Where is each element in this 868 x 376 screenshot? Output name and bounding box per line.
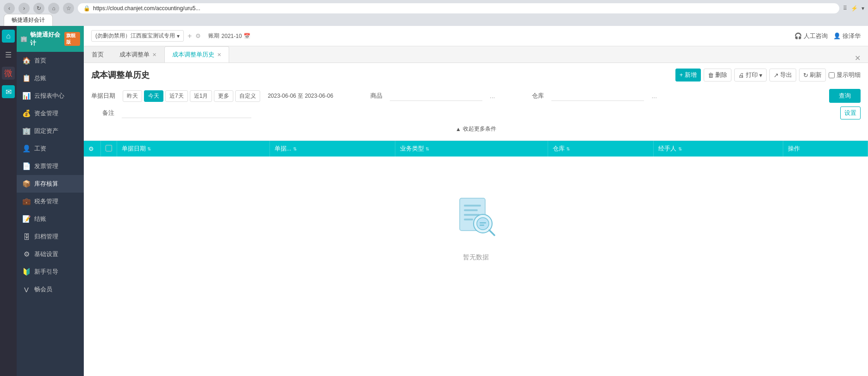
print-label: 打印 bbox=[746, 71, 758, 79]
product-more-btn[interactable]: ... bbox=[490, 92, 495, 100]
back-button[interactable]: ‹ bbox=[4, 3, 15, 14]
collapse-filter-btn[interactable]: ▲ 收起更多条件 bbox=[456, 125, 496, 133]
sidebar-label-assets: 固定资产 bbox=[34, 127, 58, 135]
sidebar-item-salary[interactable]: 👤 工资 bbox=[17, 140, 84, 157]
tab-home[interactable]: 首页 bbox=[84, 46, 112, 63]
dropdown-icon[interactable]: ▾ bbox=[862, 5, 864, 12]
home-icon: 🏠 bbox=[22, 56, 31, 65]
tab-cost-adjust-close[interactable]: ✕ bbox=[152, 52, 156, 58]
calendar-icon[interactable]: 📅 bbox=[244, 33, 250, 39]
date-buttons: 昨天 今天 近7天 近1月 更多 自定义 bbox=[123, 90, 260, 102]
product-filter-input[interactable] bbox=[390, 91, 482, 101]
th-date[interactable]: 单据日期 ⇅ bbox=[117, 141, 269, 157]
icon-strip-notify[interactable]: ✉ bbox=[2, 85, 15, 98]
warehouse-filter-input[interactable] bbox=[551, 91, 644, 101]
date-btn-today[interactable]: 今天 bbox=[144, 90, 163, 102]
th-handler[interactable]: 经手人 ⇅ bbox=[654, 141, 783, 157]
settings-cog-icon[interactable]: ⚙ bbox=[195, 32, 201, 39]
tab-area-close[interactable]: ✕ bbox=[855, 54, 861, 63]
icon-strip: ⌂ ☰ 微 ✉ bbox=[0, 26, 17, 376]
th-docno[interactable]: 单据... ⇅ bbox=[269, 141, 395, 157]
settings-filter-btn[interactable]: 设置 bbox=[840, 107, 861, 119]
company-selector[interactable]: (勿删勿禁用）江西服宝测试专用 ▾ bbox=[91, 30, 184, 42]
warehouse-more-btn[interactable]: ... bbox=[651, 92, 657, 100]
th-settings[interactable]: ⚙ bbox=[84, 141, 100, 157]
archive-icon: 🗄 bbox=[22, 233, 31, 241]
reload-button[interactable]: ↻ bbox=[33, 3, 44, 14]
date-btn-yesterday[interactable]: 昨天 bbox=[123, 90, 142, 102]
sidebar-header: 🏢 畅捷通好会计 旗舰版 bbox=[17, 26, 84, 52]
sidebar-label-finance: 资金管理 bbox=[34, 109, 58, 118]
icon-strip-weibo[interactable]: 微 bbox=[2, 67, 15, 80]
forward-button[interactable]: › bbox=[19, 3, 30, 14]
sidebar-item-archive[interactable]: 🗄 归档管理 bbox=[17, 228, 84, 245]
query-button[interactable]: 查询 bbox=[829, 89, 861, 103]
remark-filter-input[interactable] bbox=[122, 108, 251, 118]
sidebar-item-tax[interactable]: 💼 税务管理 bbox=[17, 193, 84, 210]
sidebar-label-salary: 工资 bbox=[34, 144, 46, 153]
sidebar-item-closing[interactable]: 📝 结账 bbox=[17, 210, 84, 228]
sidebar-item-ledger[interactable]: 📋 总账 bbox=[17, 69, 84, 87]
sidebar-item-invoice[interactable]: 📄 发票管理 bbox=[17, 157, 84, 175]
tab-cost-adjust-history[interactable]: 成本调整单历史 ✕ bbox=[164, 46, 229, 63]
export-button[interactable]: ↗ 导出 bbox=[769, 69, 796, 81]
ssl-lock-icon: 🔒 bbox=[83, 5, 90, 12]
delete-button[interactable]: 🗑 删除 bbox=[704, 69, 731, 81]
url-text: https://cloud.chanjet.com/accounting/uru… bbox=[93, 5, 834, 12]
sidebar-item-home[interactable]: 🏠 首页 bbox=[17, 52, 84, 69]
lightning-icon[interactable]: ⚡ bbox=[851, 5, 858, 12]
page-header: 成本调整单历史 + 新增 🗑 删除 🖨 打印 ▾ ↗ 导出 bbox=[84, 63, 868, 85]
th-actions: 操作 bbox=[783, 141, 868, 157]
browser-tab[interactable]: 畅捷通好会计 bbox=[4, 14, 53, 26]
new-button[interactable]: + 新增 bbox=[675, 69, 701, 81]
sidebar-label-settings: 基础设置 bbox=[34, 250, 58, 258]
filter-row-date: 单据日期 昨天 今天 近7天 近1月 更多 自定义 2023-06-06 至 2… bbox=[91, 89, 861, 103]
sidebar-item-vip[interactable]: V 畅会员 bbox=[17, 281, 84, 298]
warehouse-filter-label: 仓库 bbox=[521, 92, 544, 100]
refresh-button[interactable]: ↻ 刷新 bbox=[799, 69, 826, 81]
add-company-icon[interactable]: + bbox=[187, 32, 192, 40]
sidebar-item-reports[interactable]: 📊 云报表中心 bbox=[17, 87, 84, 105]
invoice-icon: 📄 bbox=[22, 162, 31, 170]
tab-cost-adjust[interactable]: 成本调整单 ✕ bbox=[112, 46, 164, 63]
date-filter-label: 单据日期 bbox=[91, 92, 115, 100]
date-btn-more[interactable]: 更多 bbox=[214, 90, 233, 102]
th-checkbox[interactable] bbox=[100, 141, 117, 157]
th-warehouse[interactable]: 仓库 ⇅ bbox=[548, 141, 654, 157]
period-value: 2021-10 bbox=[221, 33, 242, 39]
empty-illustration bbox=[453, 194, 499, 246]
icon-strip-home[interactable]: ⌂ bbox=[2, 30, 15, 43]
sidebar-tag: 旗舰版 bbox=[64, 32, 80, 46]
user-info[interactable]: 👤 徐泽华 bbox=[833, 32, 861, 40]
assets-icon: 🏢 bbox=[22, 127, 31, 135]
icon-strip-ledger[interactable]: ☰ bbox=[2, 48, 15, 61]
tab-home-label: 首页 bbox=[92, 50, 104, 59]
th-date-sort-icon: ⇅ bbox=[147, 146, 151, 151]
collapse-arrow-icon: ▲ bbox=[456, 126, 461, 132]
sidebar-item-settings[interactable]: ⚙ 基础设置 bbox=[17, 245, 84, 263]
th-docno-label: 单据... bbox=[275, 145, 292, 152]
empty-state: 暂无数据 bbox=[84, 157, 868, 289]
display-toggle[interactable]: 显示明细 bbox=[829, 71, 861, 79]
svg-rect-2 bbox=[464, 209, 478, 211]
sidebar-item-inventory[interactable]: 📦 库存核算 bbox=[17, 175, 84, 193]
home-button[interactable]: ⌂ bbox=[48, 3, 59, 14]
sidebar-item-assets[interactable]: 🏢 固定资产 bbox=[17, 122, 84, 140]
header-checkbox[interactable] bbox=[106, 145, 112, 151]
sidebar-item-guide[interactable]: 🔰 新手引导 bbox=[17, 263, 84, 281]
th-biztype[interactable]: 业务类型 ⇅ bbox=[395, 141, 548, 157]
display-toggle-checkbox[interactable] bbox=[829, 72, 835, 78]
tab-cost-adjust-history-close[interactable]: ✕ bbox=[217, 52, 221, 58]
date-btn-7days[interactable]: 近7天 bbox=[165, 90, 188, 102]
star-button[interactable]: ☆ bbox=[63, 3, 74, 14]
print-button[interactable]: 🖨 打印 ▾ bbox=[734, 69, 767, 81]
svg-rect-1 bbox=[464, 205, 481, 207]
sidebar-item-finance[interactable]: 💰 资金管理 bbox=[17, 105, 84, 122]
address-bar[interactable]: 🔒 https://cloud.chanjet.com/accounting/u… bbox=[78, 3, 839, 13]
extension-icon[interactable]: ⠿ bbox=[843, 5, 847, 12]
inventory-icon: 📦 bbox=[22, 180, 31, 188]
service-btn[interactable]: 🎧 人工咨询 bbox=[794, 32, 828, 40]
ledger-icon: 📋 bbox=[22, 74, 31, 82]
date-btn-1month[interactable]: 近1月 bbox=[190, 90, 212, 102]
date-btn-custom[interactable]: 自定义 bbox=[235, 90, 260, 102]
